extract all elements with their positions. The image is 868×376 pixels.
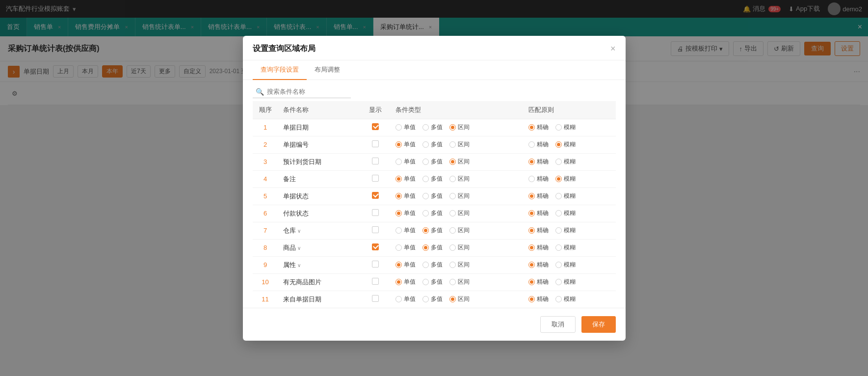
dialog-search-area: 🔍 (243, 80, 626, 101)
search-input[interactable] (267, 88, 345, 95)
th-display: 显示 (360, 101, 391, 106)
dialog-table: 顺序 条件名称 显示 条件类型 匹配原则 1单据日期单值多值区间精确模糊2单据编… (243, 101, 626, 106)
dialog-tabs: 查询字段设置 布局调整 (243, 60, 626, 80)
dialog-header: 设置查询区域布局 × (243, 36, 626, 60)
dialog-close-btn[interactable]: × (610, 44, 616, 53)
th-type: 条件类型 (391, 101, 524, 106)
th-order: 顺序 (253, 101, 278, 106)
dialog-tab-layout[interactable]: 布局调整 (307, 60, 348, 80)
table-header: 顺序 条件名称 显示 条件类型 匹配原则 (253, 101, 616, 106)
dialog-tab-query-fields[interactable]: 查询字段设置 (253, 60, 307, 80)
search-input-wrap[interactable]: 🔍 (253, 86, 351, 98)
search-icon: 🔍 (256, 88, 264, 96)
dialog-title: 设置查询区域布局 (253, 44, 316, 54)
th-name: 条件名称 (278, 101, 360, 106)
dialog-overlay: 设置查询区域布局 × 查询字段设置 布局调整 🔍 顺序 (0, 0, 868, 105)
conditions-table: 顺序 条件名称 显示 条件类型 匹配原则 1单据日期单值多值区间精确模糊2单据编… (253, 101, 616, 106)
th-match: 匹配原则 (524, 101, 616, 106)
dialog: 设置查询区域布局 × 查询字段设置 布局调整 🔍 顺序 (243, 36, 626, 106)
